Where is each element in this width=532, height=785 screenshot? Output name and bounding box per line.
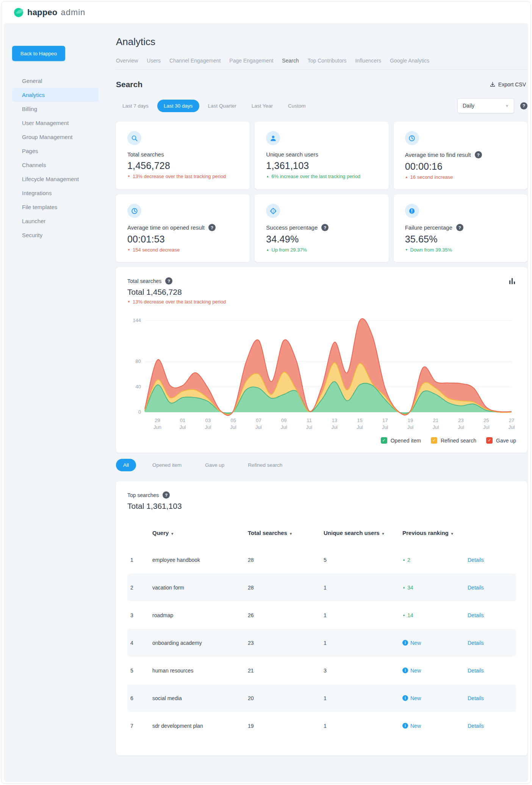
date-filter-custom[interactable]: Custom xyxy=(282,100,312,112)
sidebar-item-user-management[interactable]: User Management xyxy=(12,116,99,130)
stat-delta: ▲Up from 29.37% xyxy=(266,247,377,253)
sidebar-item-lifecycle-management[interactable]: Lifecycle Management xyxy=(12,172,99,186)
series-filter-refined-search[interactable]: Refined search xyxy=(241,459,289,471)
svg-text:11: 11 xyxy=(307,418,312,423)
date-filter-last-year[interactable]: Last Year xyxy=(245,100,279,112)
details-link[interactable]: Details xyxy=(468,668,484,674)
column-header-total-searches[interactable]: Total searches▼ xyxy=(245,524,321,546)
logo-text-light: admin xyxy=(61,8,85,17)
sidebar-item-analytics[interactable]: Analytics xyxy=(12,88,99,102)
chart-total: Total 1,456,728 xyxy=(127,288,226,297)
stat-card-average-time-to-find-result: Average time to find result?00:00:16▲16 … xyxy=(394,122,527,189)
details-link[interactable]: Details xyxy=(468,723,484,729)
table-row: 3roadmap261▲14Details xyxy=(127,601,516,629)
date-filter-last-quarter[interactable]: Last Quarter xyxy=(202,100,243,112)
svg-text:29: 29 xyxy=(155,418,160,423)
export-csv-button[interactable]: Export CSV xyxy=(490,81,527,88)
details-link[interactable]: Details xyxy=(468,557,484,563)
triangle-up-icon: ▲ xyxy=(402,586,405,589)
svg-text:05: 05 xyxy=(230,418,236,423)
details-link[interactable]: Details xyxy=(468,612,484,618)
checkbox-checked-icon[interactable]: ✓ xyxy=(381,437,387,444)
svg-text:25: 25 xyxy=(483,418,489,423)
section-title: Search xyxy=(116,80,142,89)
row-query: social media xyxy=(149,684,245,712)
legend-refined-search[interactable]: ✓Refined search xyxy=(431,437,476,444)
svg-text:03: 03 xyxy=(205,418,211,423)
user-icon xyxy=(266,131,280,145)
triangle-down-icon: ▼ xyxy=(127,300,130,303)
back-to-happeo-button[interactable]: Back to Happeo xyxy=(12,46,65,61)
help-icon[interactable]: ? xyxy=(208,224,216,231)
tab-google-analytics[interactable]: Google Analytics xyxy=(390,58,429,64)
help-icon[interactable]: ? xyxy=(475,151,482,158)
help-icon[interactable]: ? xyxy=(321,224,329,231)
new-info-icon: i xyxy=(402,723,408,729)
top-searches-total: Total 1,361,103 xyxy=(127,502,516,511)
clock-icon xyxy=(127,204,141,218)
tab-page-engagement[interactable]: Page Engagement xyxy=(229,58,273,64)
chart-title: Total searches xyxy=(127,278,161,284)
date-filter-last-30-days[interactable]: Last 30 days xyxy=(157,100,199,112)
row-query: roadmap xyxy=(149,601,245,629)
triangle-down-icon: ▼ xyxy=(405,249,408,252)
stat-delta: ▼154 second decrease xyxy=(127,247,238,253)
details-link[interactable]: Details xyxy=(468,640,484,646)
svg-text:01: 01 xyxy=(180,418,185,423)
granularity-help-icon[interactable]: ? xyxy=(520,102,527,109)
series-filter-gave-up[interactable]: Gave up xyxy=(198,459,232,471)
row-unique-users: 1 xyxy=(321,629,399,657)
sidebar-item-pages[interactable]: Pages xyxy=(12,144,99,158)
svg-text:17: 17 xyxy=(382,418,388,423)
date-filter-last-7-days[interactable]: Last 7 days xyxy=(116,100,155,112)
stat-value: 00:00:16 xyxy=(405,161,516,172)
sort-caret-icon: ▼ xyxy=(451,532,454,536)
details-link[interactable]: Details xyxy=(468,695,484,701)
column-header-query[interactable]: Query▼ xyxy=(149,524,245,546)
checkbox-checked-icon[interactable]: ✓ xyxy=(486,437,493,444)
top-searches-help-icon[interactable]: ? xyxy=(163,491,170,499)
stat-delta: ▼Down from 39.35% xyxy=(405,247,516,253)
svg-text:Jul: Jul xyxy=(458,424,464,430)
sidebar-item-channels[interactable]: Channels xyxy=(12,158,99,172)
stat-card-failure-percentage: Failure percentage?35.65%▼Down from 39.3… xyxy=(394,194,527,262)
analytics-tabs: OverviewUsersChannel EngagementPage Enga… xyxy=(116,58,527,70)
tab-users[interactable]: Users xyxy=(147,58,161,64)
row-rank: 3 xyxy=(127,601,149,629)
granularity-select[interactable]: Daily ▼ xyxy=(457,98,514,113)
sidebar-item-security[interactable]: Security xyxy=(12,228,99,242)
tab-influencers[interactable]: Influencers xyxy=(355,58,381,64)
tab-search[interactable]: Search xyxy=(282,58,299,64)
previous-ranking-new: iNew xyxy=(402,695,462,701)
legend-opened-item[interactable]: ✓Opened item xyxy=(381,437,421,444)
column-header-unique-search-users[interactable]: Unique search users▼ xyxy=(321,524,399,546)
tab-top-contributors[interactable]: Top Contributors xyxy=(308,58,347,64)
row-rank: 5 xyxy=(127,657,149,684)
triangle-up-icon: ▲ xyxy=(402,558,405,561)
legend-gave-up[interactable]: ✓Gave up xyxy=(486,437,516,444)
stacked-area-chart: 0408014429Jun01Jul03Jul05Jul07Jul09Jul11… xyxy=(127,314,516,434)
series-filter-opened-item[interactable]: Opened item xyxy=(145,459,189,471)
series-filter-all[interactable]: All xyxy=(116,459,136,471)
row-total-searches: 28 xyxy=(245,574,321,601)
sidebar-item-general[interactable]: General xyxy=(12,74,99,88)
sidebar-item-group-management[interactable]: Group Management xyxy=(12,130,99,144)
bar-chart-icon[interactable] xyxy=(509,277,516,285)
sidebar-item-launcher[interactable]: Launcher xyxy=(12,214,99,228)
help-icon[interactable]: ? xyxy=(456,224,463,231)
sidebar-item-billing[interactable]: Billing xyxy=(12,102,99,116)
top-searches-title: Top searches xyxy=(127,492,159,498)
checkbox-checked-icon[interactable]: ✓ xyxy=(431,437,437,444)
stat-label: Average time to find result xyxy=(405,152,471,158)
sidebar-item-file-templates[interactable]: File templates xyxy=(12,200,99,214)
svg-text:09: 09 xyxy=(281,418,286,423)
details-link[interactable]: Details xyxy=(468,585,484,591)
column-header-previous-ranking[interactable]: Previous ranking▼ xyxy=(399,524,465,546)
stat-card-average-time-on-opened-result: Average time on opened result?00:01:53▼1… xyxy=(116,194,250,262)
new-info-icon: i xyxy=(402,640,408,646)
tab-channel-engagement[interactable]: Channel Engagement xyxy=(169,58,221,64)
chart-help-icon[interactable]: ? xyxy=(165,277,172,285)
triangle-down-icon: ▼ xyxy=(127,249,130,252)
sidebar-item-integrations[interactable]: Integrations xyxy=(12,186,99,200)
tab-overview[interactable]: Overview xyxy=(116,58,138,64)
